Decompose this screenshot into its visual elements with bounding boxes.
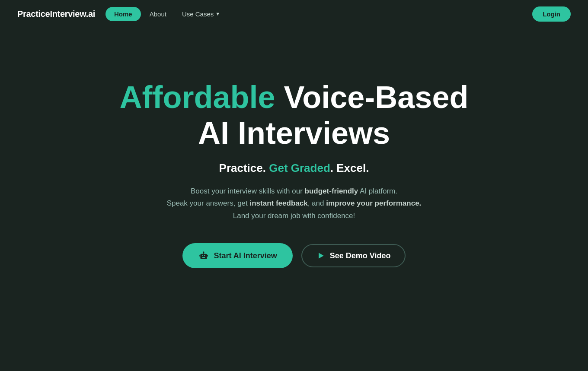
see-demo-video-label: See Demo Video	[330, 251, 391, 260]
svg-rect-2	[205, 255, 205, 256]
hero-title-rest: Voice-Based	[275, 80, 469, 114]
svg-marker-8	[319, 253, 324, 259]
hero-title-accent: Affordable	[120, 80, 275, 114]
play-icon	[316, 251, 326, 260]
hero-desc-line1-bold: budget-friendly	[305, 187, 358, 195]
svg-rect-0	[201, 254, 207, 259]
hero-desc-line2-bold1: instant feedback	[250, 199, 308, 207]
hero-buttons: Start AI Interview See Demo Video	[182, 243, 405, 268]
hero-subtitle-accent: Get Graded	[269, 162, 330, 174]
nav-about-button[interactable]: About	[143, 7, 173, 21]
hero-desc-line1-end: AI platform.	[358, 187, 397, 195]
chevron-down-icon: ▼	[215, 11, 220, 16]
hero-section: Affordable Voice-Based AI Interviews Pra…	[0, 28, 588, 268]
brand-name: PracticeInterview.ai	[17, 9, 95, 19]
robot-icon	[198, 250, 209, 261]
svg-rect-6	[200, 255, 201, 257]
hero-subtitle-start: Practice.	[219, 162, 269, 174]
start-ai-interview-button[interactable]: Start AI Interview	[182, 243, 292, 268]
svg-rect-3	[202, 257, 205, 258]
nav-links: Home About Use Cases ▼	[105, 7, 227, 21]
nav-use-cases-button[interactable]: Use Cases ▼	[175, 7, 227, 21]
hero-description: Boost your interview skills with our bud…	[167, 185, 422, 223]
hero-desc-line2-mid: , and	[308, 199, 326, 207]
see-demo-video-button[interactable]: See Demo Video	[301, 244, 406, 267]
svg-rect-1	[202, 255, 203, 256]
start-ai-interview-label: Start AI Interview	[214, 251, 277, 260]
svg-point-5	[203, 252, 205, 253]
hero-desc-line3: Land your dream job with confidence!	[233, 212, 355, 220]
hero-title-line2: AI Interviews	[198, 116, 390, 150]
navbar: PracticeInterview.ai Home About Use Case…	[0, 0, 588, 28]
hero-desc-line2-start: Speak your answers, get	[167, 199, 250, 207]
hero-title: Affordable Voice-Based AI Interviews	[120, 79, 469, 151]
hero-desc-line2-bold2: improve your performance.	[326, 199, 421, 207]
hero-subtitle: Practice. Get Graded. Excel.	[219, 162, 369, 175]
hero-subtitle-end: . Excel.	[330, 162, 369, 174]
nav-left: PracticeInterview.ai Home About Use Case…	[17, 7, 227, 21]
nav-right: Login	[532, 6, 571, 22]
login-button[interactable]: Login	[532, 6, 571, 22]
nav-home-button[interactable]: Home	[105, 7, 141, 21]
hero-desc-line1-start: Boost your interview skills with our	[191, 187, 305, 195]
svg-rect-7	[207, 255, 208, 257]
